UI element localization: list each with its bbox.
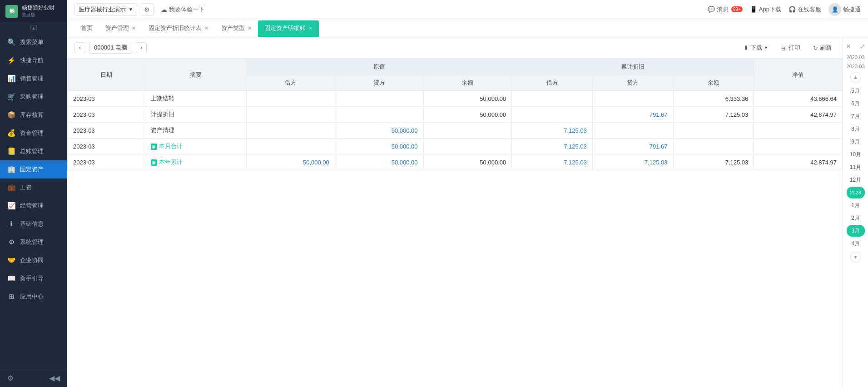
col-date: 日期 xyxy=(68,59,145,91)
sidebar-item-label: 总账管理 xyxy=(20,147,44,155)
month-2[interactable]: 2月 xyxy=(847,212,865,224)
tab-asset-detail-close[interactable]: ✕ xyxy=(308,25,312,31)
refresh-button[interactable]: ↻ 刷新 xyxy=(809,42,835,54)
tab-asset-type-close[interactable]: ✕ xyxy=(248,25,252,31)
topbar-right: 💬 消息 99+ 📱 App下载 🎧 在线客服 👤 畅捷通 xyxy=(708,3,861,16)
sidebar-item-guide[interactable]: 📖 新手引导 xyxy=(0,269,67,288)
cell-orig-balance: 50,000.00 xyxy=(423,154,512,170)
tab-depreciation-stat-close[interactable]: ✕ xyxy=(204,25,208,31)
sidebar-item-funds[interactable]: 💰 资金管理 xyxy=(0,124,67,142)
month-1[interactable]: 1月 xyxy=(847,199,865,211)
sidebar-scroll-up[interactable]: ▲ xyxy=(30,25,37,31)
sidebar-item-label: 新手引导 xyxy=(20,274,44,283)
col-net-value: 净值 xyxy=(754,59,843,91)
user-profile[interactable]: 👤 畅捷通 xyxy=(828,3,861,16)
sidebar-item-label: 固定资产 xyxy=(20,165,44,174)
settings-button[interactable]: ⚙ xyxy=(141,3,154,16)
message-button[interactable]: 💬 消息 99+ xyxy=(708,5,743,14)
tabs-bar: 首页 资产管理 ✕ 固定资产折旧统计表 ✕ 资产类型 ✕ 固定资产明细账 ✕ xyxy=(67,19,868,37)
sidebar-item-quick-nav[interactable]: ⚡ 快捷导航 xyxy=(0,51,67,69)
tab-asset-mgmt[interactable]: 资产管理 ✕ xyxy=(99,20,142,37)
cell-date: 2023-03 xyxy=(68,154,145,170)
table-row: 2023-03 资产清理 50,000.00 7,125.03 xyxy=(68,123,843,139)
cell-orig-credit xyxy=(335,91,423,107)
sidebar-item-fixed-assets[interactable]: 🏢 固定资产 xyxy=(0,160,67,179)
table-row: 2023-03 ▣本年累计 50,000.00 50,000.00 50,000… xyxy=(68,154,843,170)
cell-accum-debit: 7,125.03 xyxy=(512,154,593,170)
tab-depreciation-stat-label: 固定资产折旧统计表 xyxy=(149,24,202,32)
download-button[interactable]: ⬇ 下载 ▼ xyxy=(740,42,772,54)
month-10[interactable]: 10月 xyxy=(847,149,865,160)
month-11[interactable]: 11月 xyxy=(847,161,865,173)
nav-next[interactable]: › xyxy=(136,42,147,53)
sidebar-item-app-center[interactable]: ⊞ 应用中心 xyxy=(0,288,67,306)
sidebar-item-label: 快捷导航 xyxy=(20,56,44,64)
col-original-value: 原值 xyxy=(247,59,512,75)
sidebar-item-purchase[interactable]: 🛒 采购管理 xyxy=(0,88,67,106)
sidebar-item-search[interactable]: 🔍 搜索菜单 xyxy=(0,33,67,51)
sidebar-item-inventory[interactable]: 📦 库存核算 xyxy=(0,106,67,124)
sidebar-item-label: 采购管理 xyxy=(20,93,44,101)
col-original-debit: 借方 xyxy=(247,75,335,91)
download-icon: ⬇ xyxy=(744,45,749,51)
box-icon: 📦 xyxy=(7,111,15,119)
avatar-icon: 👤 xyxy=(832,6,838,13)
sidebar-item-enterprise[interactable]: 🤝 企业协同 xyxy=(0,251,67,269)
sidebar-item-operations[interactable]: 📈 经营管理 xyxy=(0,197,67,215)
month-7[interactable]: 7月 xyxy=(847,110,865,122)
tab-asset-detail[interactable]: 固定资产明细账 ✕ xyxy=(258,20,319,37)
settings-bottom-icon[interactable]: ⚙ xyxy=(7,374,14,382)
timeline-down-arrow[interactable]: ▼ xyxy=(850,252,861,263)
cell-orig-balance xyxy=(423,139,512,154)
collapse-icon[interactable]: ◀◀ xyxy=(49,374,60,382)
cell-orig-debit xyxy=(247,91,335,107)
sidebar-item-basic-info[interactable]: ℹ 基础信息 xyxy=(0,215,67,233)
refresh-icon: ↻ xyxy=(813,45,818,51)
asset-tag: 000001 电脑 xyxy=(89,42,132,54)
print-icon: 🖨 xyxy=(781,45,787,51)
service-icon: 🎧 xyxy=(789,6,796,13)
timeline-up-arrow[interactable]: ▲ xyxy=(850,72,861,83)
cell-orig-credit: 50,000.00 xyxy=(335,139,423,154)
month-5[interactable]: 5月 xyxy=(847,85,865,97)
sidebar-item-system[interactable]: ⚙ 系统管理 xyxy=(0,233,67,251)
tab-asset-type[interactable]: 资产类型 ✕ xyxy=(215,20,258,37)
company-selector[interactable]: 医疗器械行业演示 ▼ xyxy=(74,3,137,16)
month-3-active[interactable]: 3月 xyxy=(847,225,865,237)
app-download-button[interactable]: 📱 App下载 xyxy=(750,5,781,14)
message-icon: 💬 xyxy=(708,6,715,13)
sidebar-item-payroll[interactable]: 💼 工资 xyxy=(0,179,67,197)
experience-button[interactable]: ☁ 我要体验一下 xyxy=(161,5,204,14)
refresh-label: 刷新 xyxy=(820,44,832,52)
cell-orig-debit xyxy=(247,123,335,139)
col-accum-balance: 余额 xyxy=(673,75,754,91)
cell-orig-credit: 50,000.00 xyxy=(335,154,423,170)
timeline-expand-icon[interactable]: ⤢ xyxy=(860,43,865,50)
cell-net-value xyxy=(754,139,843,154)
sidebar-item-ledger[interactable]: 📒 总账管理 xyxy=(0,142,67,160)
month-8[interactable]: 8月 xyxy=(847,123,865,135)
cell-accum-balance xyxy=(673,123,754,139)
lightning-icon: ⚡ xyxy=(7,56,15,64)
timeline-close-icon[interactable]: ✕ xyxy=(846,43,851,50)
handshake-icon: 🤝 xyxy=(7,256,15,264)
month-9[interactable]: 9月 xyxy=(847,136,865,148)
online-service-button[interactable]: 🎧 在线客服 xyxy=(789,5,821,14)
sidebar-item-sales[interactable]: 📊 销售管理 xyxy=(0,69,67,88)
tab-asset-mgmt-close[interactable]: ✕ xyxy=(132,25,136,31)
online-service-label: 在线客服 xyxy=(798,5,821,14)
cell-accum-credit xyxy=(592,123,673,139)
sidebar-item-label: 应用中心 xyxy=(20,293,44,301)
nav-prev[interactable]: ‹ xyxy=(74,42,85,53)
month-6[interactable]: 6月 xyxy=(847,98,865,109)
month-12[interactable]: 12月 xyxy=(847,174,865,186)
month-4[interactable]: 4月 xyxy=(847,238,865,249)
tab-depreciation-stat[interactable]: 固定资产折旧统计表 ✕ xyxy=(142,20,215,37)
asset-detail-table: 日期 摘要 原值 累计折旧 净值 借方 贷方 余额 借方 xyxy=(67,59,843,170)
sidebar-item-label: 资金管理 xyxy=(20,129,44,137)
sidebar-item-label: 企业协同 xyxy=(20,256,44,264)
company-name: 医疗器械行业演示 xyxy=(79,5,126,14)
tab-home[interactable]: 首页 xyxy=(74,20,99,37)
print-button[interactable]: 🖨 打印 xyxy=(777,42,804,54)
info-icon: ℹ xyxy=(7,220,15,228)
